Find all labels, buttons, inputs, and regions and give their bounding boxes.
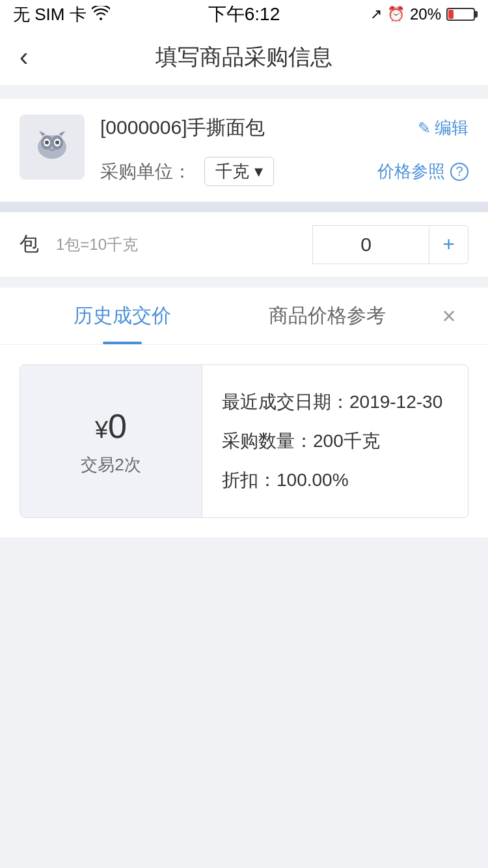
edit-label: 编辑 [435, 116, 468, 139]
product-logo-icon [33, 124, 72, 170]
help-icon[interactable]: ? [450, 163, 468, 181]
tabs-section: 历史成交价 商品价格参考 × ¥0 交易2次 最近成交日期：2019-12-30 [0, 288, 488, 537]
page-title: 填写商品采购信息 [156, 42, 332, 72]
price-ref-button[interactable]: 价格参照 ? [377, 160, 468, 183]
discount-label: 折扣： [222, 470, 277, 490]
trade-card: ¥0 交易2次 最近成交日期：2019-12-30 采购数量：200千克 折扣：… [20, 364, 468, 518]
card-details-section: 最近成交日期：2019-12-30 采购数量：200千克 折扣：100.00% [202, 365, 468, 517]
product-section: [0000006]手撕面包 ✎ 编辑 采购单位： 千克 ▾ 价格参照 [0, 99, 488, 202]
card-price-section: ¥0 交易2次 [20, 365, 202, 517]
unit-value: 千克 [215, 160, 249, 183]
quantity-plus-button[interactable]: + [429, 225, 468, 264]
quantity-label: 采购数量： [222, 431, 313, 451]
status-bar-right: ↗ ⏰ 20% [370, 5, 475, 23]
battery-percent: 20% [410, 5, 441, 23]
product-logo [20, 115, 85, 180]
main-content-background [0, 537, 488, 868]
status-bar: 无 SIM 卡 下午6:12 ↗ ⏰ 20% [0, 0, 488, 29]
product-row: [0000006]手撕面包 ✎ 编辑 采购单位： 千克 ▾ 价格参照 [20, 115, 468, 186]
price-currency-symbol: ¥ [95, 416, 108, 443]
quantity-unit-label: 包 [20, 231, 39, 258]
status-bar-left: 无 SIM 卡 [13, 3, 110, 26]
dropdown-icon: ▾ [254, 161, 263, 182]
status-bar-time: 下午6:12 [208, 2, 280, 27]
wifi-icon [92, 5, 110, 25]
battery-fill [448, 10, 454, 19]
quantity-value: 200千克 [313, 431, 380, 451]
card-discount-row: 折扣：100.00% [222, 467, 448, 494]
discount-value: 100.00% [277, 470, 349, 490]
price-value: 0 [108, 407, 127, 445]
tab2-label: 商品价格参考 [269, 303, 386, 329]
carrier-text: 无 SIM 卡 [13, 3, 87, 26]
quantity-unit-sub: 1包=10千克 [56, 234, 138, 255]
recent-date-label: 最近成交日期： [222, 392, 349, 412]
tab-product-price-ref[interactable]: 商品价格参考 [224, 288, 429, 344]
price-ref-label: 价格参照 [377, 160, 445, 183]
quantity-row: 包 1包=10千克 + [0, 212, 488, 277]
page-header: ‹ 填写商品采购信息 [0, 29, 488, 86]
tabs-header: 历史成交价 商品价格参考 × [0, 288, 488, 345]
edit-button[interactable]: ✎ 编辑 [418, 116, 468, 139]
tabs-close-button[interactable]: × [429, 297, 468, 336]
card-recent-date-row: 最近成交日期：2019-12-30 [222, 388, 448, 416]
purchase-unit-row: 采购单位： 千克 ▾ 价格参照 ? [100, 157, 468, 186]
quantity-controls: + [312, 225, 468, 264]
card-quantity-row: 采购数量：200千克 [222, 427, 448, 455]
edit-icon: ✎ [418, 119, 431, 137]
svg-point-6 [55, 141, 59, 144]
card-trade-count: 交易2次 [81, 454, 141, 476]
close-icon: × [442, 303, 455, 330]
recent-date-value: 2019-12-30 [349, 392, 442, 412]
purchase-unit-label: 采购单位： [100, 159, 191, 184]
product-info: [0000006]手撕面包 ✎ 编辑 采购单位： 千克 ▾ 价格参照 [100, 115, 468, 186]
unit-select-group: 采购单位： 千克 ▾ [100, 157, 274, 186]
product-name: [0000006]手撕面包 [100, 115, 265, 141]
tab-history-price[interactable]: 历史成交价 [20, 288, 224, 344]
back-button[interactable]: ‹ [20, 42, 28, 72]
section-divider [0, 202, 488, 212]
product-name-row: [0000006]手撕面包 ✎ 编辑 [100, 115, 468, 141]
alarm-icon: ⏰ [387, 6, 405, 23]
location-icon: ↗ [370, 6, 382, 23]
svg-point-5 [45, 141, 49, 144]
tab1-label: 历史成交价 [74, 303, 171, 329]
unit-select[interactable]: 千克 ▾ [204, 157, 274, 186]
card-area: ¥0 交易2次 最近成交日期：2019-12-30 采购数量：200千克 折扣：… [0, 345, 488, 537]
quantity-input[interactable] [312, 225, 429, 264]
battery-icon [446, 8, 475, 21]
card-price-display: ¥0 [95, 407, 127, 446]
tab-active-indicator [103, 342, 142, 344]
